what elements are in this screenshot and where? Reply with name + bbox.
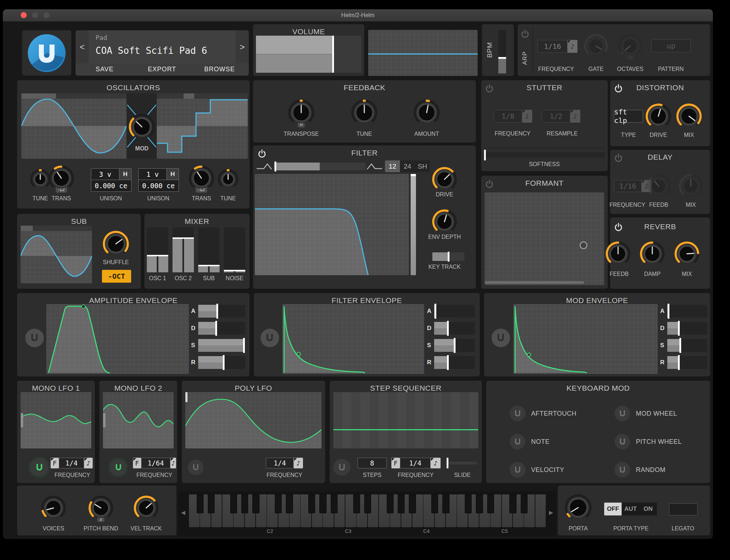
black-key[interactable]	[521, 494, 528, 513]
filter-envelope-meta-button[interactable]	[261, 329, 279, 347]
pitch-bend-knob[interactable]: 2	[88, 495, 114, 521]
arp-pattern-value[interactable]: up	[651, 39, 691, 52]
formant-xy-pad[interactable]	[485, 192, 604, 285]
mixer-handle[interactable]	[224, 270, 245, 271]
distortion-mix-knob[interactable]	[676, 103, 702, 129]
adsr-handle[interactable]	[668, 304, 669, 319]
mod-wheel-mod-button[interactable]	[615, 406, 630, 421]
mixer-handle[interactable]	[147, 255, 168, 256]
osc1-harmonize-button[interactable]: H	[119, 169, 131, 180]
stutter-softness-handle[interactable]	[484, 150, 486, 160]
adsr-handle[interactable]	[447, 355, 449, 370]
browse-button[interactable]: BROWSE	[191, 64, 248, 75]
random-mod-button[interactable]	[615, 462, 630, 478]
black-key[interactable]	[308, 494, 315, 513]
filter-pole-24-button[interactable]: 24	[400, 160, 415, 172]
black-key[interactable]	[241, 494, 248, 513]
delay-frequency-value[interactable]: 1/16	[614, 180, 642, 192]
filter-key-track-handle[interactable]	[448, 252, 449, 262]
black-key[interactable]	[487, 494, 494, 513]
adsr-handle[interactable]	[678, 355, 680, 370]
adsr-a-slider[interactable]: A	[434, 305, 475, 318]
arp-octaves-knob[interactable]: 1	[618, 34, 643, 58]
voices-knob[interactable]	[41, 495, 66, 521]
adsr-handle[interactable]	[679, 338, 681, 353]
adsr-handle[interactable]	[243, 338, 245, 353]
volume-slider-handle[interactable]	[332, 36, 334, 73]
black-key[interactable]	[208, 494, 215, 513]
adsr-r-slider[interactable]: R	[198, 356, 245, 369]
osc1-unison-cents[interactable]: 0.000 ce	[91, 180, 131, 191]
black-key[interactable]	[252, 494, 259, 513]
delay-feedback-knob[interactable]	[646, 174, 671, 199]
mono-lfo1-display[interactable]	[21, 392, 91, 448]
black-key[interactable]	[509, 494, 516, 513]
osc2-trans-knob[interactable]: -12	[188, 165, 215, 191]
arp-gate-knob[interactable]	[584, 34, 608, 58]
adsr-handle[interactable]	[216, 304, 218, 319]
filter-resonance-slider[interactable]	[411, 174, 416, 275]
feedback-tune-knob[interactable]	[351, 99, 378, 126]
save-button[interactable]: SAVE	[76, 64, 133, 75]
filter-drive-knob[interactable]	[432, 166, 457, 192]
adsr-a-slider[interactable]: A	[198, 305, 245, 318]
sub-octave-button[interactable]: -OCT	[102, 270, 131, 283]
mod-envelope-display[interactable]	[513, 304, 658, 374]
feedback-transpose-knob[interactable]: 0	[288, 99, 315, 126]
sub-shuffle-knob[interactable]	[102, 230, 129, 257]
adsr-r-slider[interactable]: R	[434, 356, 475, 369]
delay-mix-knob[interactable]	[678, 174, 703, 199]
black-key[interactable]	[230, 494, 237, 513]
patch-name[interactable]: COA Soft Scifi Pad 6	[96, 45, 207, 56]
black-key[interactable]	[431, 494, 438, 513]
osc1-waveform-display[interactable]	[21, 93, 127, 159]
next-patch-button[interactable]: >	[236, 30, 249, 63]
stutter-resample-note-icon[interactable]: ♪	[570, 110, 580, 123]
bpm-slider-handle[interactable]	[498, 57, 506, 59]
black-key[interactable]	[398, 494, 405, 513]
step-sequencer-steps-value[interactable]: 8	[358, 458, 387, 468]
black-key[interactable]	[409, 494, 416, 513]
distortion-type-value[interactable]: sft clp	[614, 110, 643, 123]
adsr-handle[interactable]	[454, 338, 456, 353]
amplitude-envelope-display[interactable]	[46, 304, 189, 374]
export-button[interactable]: EXPORT	[134, 64, 190, 75]
reverb-damp-knob[interactable]	[639, 241, 665, 267]
arp-power-button[interactable]	[520, 29, 530, 38]
stutter-softness-slider[interactable]	[484, 152, 605, 158]
adsr-handle[interactable]	[678, 321, 680, 336]
osc1-amp-handle[interactable]	[21, 93, 56, 99]
note-mod-button[interactable]	[510, 434, 525, 449]
adsr-s-slider[interactable]: S	[434, 339, 475, 352]
osc1-trans-knob[interactable]: -12	[48, 165, 74, 191]
osc2-harmonize-button[interactable]: H	[166, 169, 179, 180]
black-key[interactable]	[364, 494, 371, 513]
osc2-amp-strip[interactable]	[157, 93, 248, 99]
mono-lfo2-sync-note-icon[interactable]: ♪	[170, 458, 176, 468]
osc2-amp-handle[interactable]	[184, 93, 194, 99]
filter-resonance-handle[interactable]	[411, 174, 416, 176]
arp-frequency-value[interactable]: 1/16	[538, 40, 567, 53]
mixer-handle[interactable]	[198, 265, 220, 266]
stutter-frequency-note-icon[interactable]: ♪	[522, 110, 532, 123]
step-sequencer-slide-handle[interactable]	[447, 458, 448, 468]
mono-lfo2-fixed-rate-button[interactable]: F	[133, 458, 141, 468]
black-key[interactable]	[476, 494, 483, 513]
step-sequencer-sync-note-icon[interactable]: ♪	[431, 458, 441, 468]
white-key[interactable]	[535, 494, 546, 527]
amplitude-envelope-meta-button[interactable]	[25, 329, 44, 347]
filter-envelope-display[interactable]	[282, 304, 424, 374]
black-key[interactable]	[465, 494, 472, 513]
filter-blend-slider[interactable]	[274, 163, 366, 170]
black-key[interactable]	[442, 494, 449, 513]
poly-lfo-display[interactable]	[185, 392, 322, 448]
adsr-d-slider[interactable]: D	[667, 322, 707, 335]
porta-type-on-button[interactable]: ON	[639, 503, 657, 515]
aftertouch-mod-button[interactable]	[510, 406, 525, 421]
step-sequencer-mod-button[interactable]	[333, 459, 350, 476]
adsr-s-slider[interactable]: S	[198, 339, 245, 352]
step-sequencer-slide-slider[interactable]	[448, 462, 477, 464]
mono-lfo1-phase-handle[interactable]	[21, 413, 23, 427]
window-titlebar[interactable]: Helm/2-Helm	[3, 9, 713, 21]
mod-envelope-meta-button[interactable]	[492, 329, 510, 347]
